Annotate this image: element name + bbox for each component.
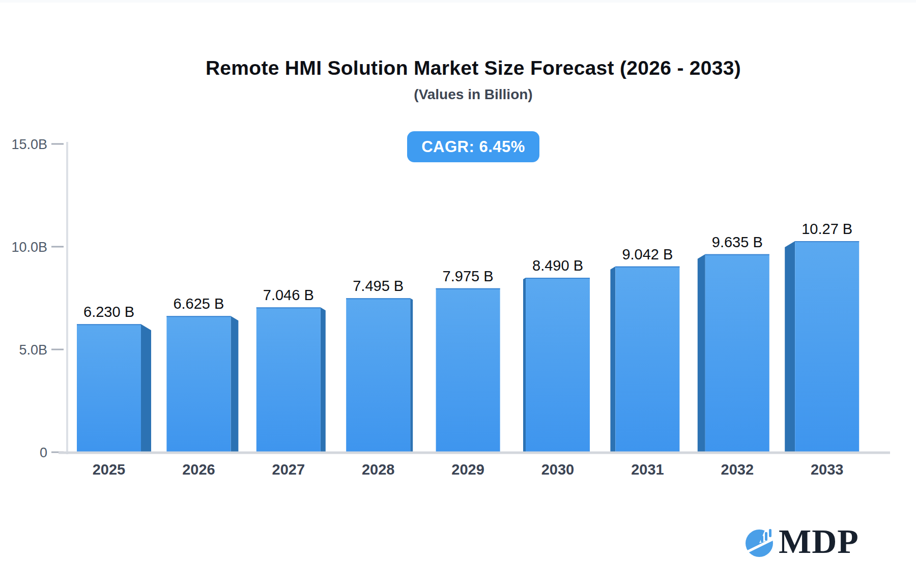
bar-value-label: 9.042 B [622, 246, 673, 262]
x-category-label: 2030 [541, 461, 575, 478]
mdp-logo: MDP [744, 524, 859, 558]
bar-2033: 10.27 B [785, 221, 859, 452]
bar-value-label: 10.27 B [801, 221, 852, 237]
y-tick-label: 15.0B [11, 137, 47, 152]
bar-side-face [610, 267, 615, 452]
bar-2025: 6.230 B [77, 304, 151, 452]
x-category-label: 2029 [451, 461, 484, 478]
bar-2026: 6.625 B [166, 296, 238, 452]
logo-text: MDP [779, 524, 859, 558]
bar-side-face [231, 316, 238, 452]
bar-2028: 7.495 B [346, 278, 413, 452]
bar-value-label: 8.490 B [532, 257, 583, 274]
bar-value-label: 9.635 B [712, 234, 763, 250]
bar-side-face [698, 254, 705, 452]
bar-side-face [410, 298, 413, 452]
bar-2029: 7.975 B [436, 268, 500, 452]
y-tick-label: 5.0B [19, 342, 47, 358]
bar-front-face [436, 288, 500, 452]
bar-side-face [141, 324, 151, 452]
bar-front-face [795, 241, 859, 452]
bar-2031: 9.042 B [610, 246, 679, 452]
bar-front-face [256, 307, 321, 452]
bar-front-face [166, 316, 231, 452]
pie-bar-chart-logo-icon [744, 525, 777, 557]
bar-front-face [346, 298, 410, 452]
x-category-label: 2026 [182, 461, 215, 478]
x-category-label: 2025 [93, 461, 126, 478]
bar-side-face [321, 307, 326, 452]
bar-side-face [785, 241, 795, 452]
x-category-label: 2028 [362, 461, 395, 478]
bar-side-face [523, 278, 526, 452]
y-tick-label: 0 [40, 445, 47, 460]
bar-value-label: 6.625 B [173, 296, 224, 312]
bar-chart: 05.0B10.0B15.0B6.230 B6.625 B7.046 B7.49… [0, 0, 916, 588]
bar-front-face [705, 254, 769, 452]
bar-2030: 8.490 B [523, 257, 590, 452]
market-forecast-infographic: Remote HMI Solution Market Size Forecast… [0, 0, 916, 588]
bar-value-label: 7.975 B [443, 268, 494, 284]
bar-value-label: 7.495 B [353, 278, 404, 294]
x-category-label: 2031 [631, 461, 664, 478]
bar-2027: 7.046 B [256, 287, 326, 452]
bar-value-label: 6.230 B [83, 304, 134, 320]
x-category-label: 2032 [721, 461, 754, 478]
x-category-label: 2033 [811, 461, 844, 478]
bar-2032: 9.635 B [698, 234, 769, 452]
bar-value-label: 7.046 B [263, 287, 314, 303]
bar-front-face [615, 267, 679, 452]
bar-front-face [77, 324, 141, 452]
y-tick-label: 10.0B [11, 240, 47, 255]
bar-front-face [526, 278, 590, 452]
x-category-label: 2027 [272, 461, 305, 478]
